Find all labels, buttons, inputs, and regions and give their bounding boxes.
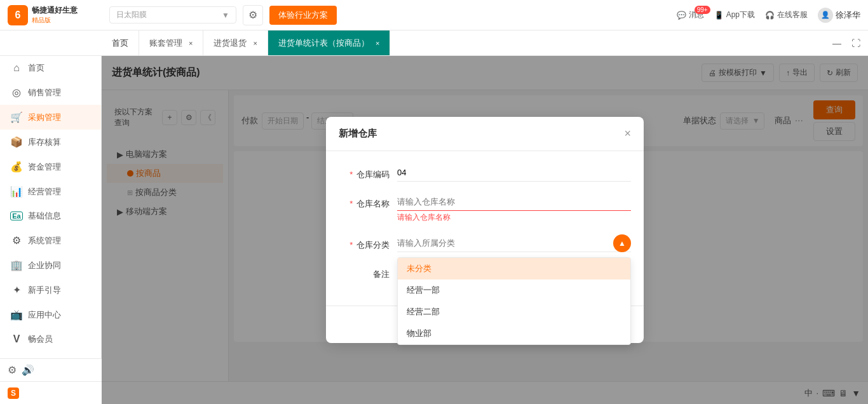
app-download-item[interactable]: 📱 App下载 [714,10,755,20]
modal-body: * 仓库编码 * 仓库名称 [326,151,644,306]
name-control: 请输入仓库名称 [397,193,631,223]
sidebar-system-label: 系统管理 [28,235,61,246]
username-label: 徐泽华 [836,10,860,21]
category-input[interactable] [397,234,631,252]
modal-close-button[interactable]: × [624,127,631,140]
home-tab-label: 首页 [112,37,128,49]
sidebar-enterprise-label: 企业协同 [28,260,61,271]
category-dropdown-wrap: ▲ 未分类 经营一部 经营二部 物业部 [397,234,631,252]
category-label: * 仓库分类 [339,234,390,251]
tab-minimize-icon[interactable]: — [830,36,844,51]
logo-icon: 6 [8,5,28,25]
dropdown-item-dept1[interactable]: 经营一部 [398,279,630,301]
sidebar-vip-label: 畅会员 [28,333,53,345]
dropdown-item-property[interactable]: 物业部 [398,323,630,344]
user-avatar: 👤 [818,8,833,23]
category-dropdown-arrow[interactable]: ▲ [613,234,631,252]
app-label: App下载 [726,10,755,20]
tab-home[interactable]: 首页 [102,30,139,55]
purchase-return-tab-close[interactable]: × [253,39,257,47]
service-item[interactable]: 🎧 在线客服 [765,10,808,20]
modal-title: 新增仓库 [339,128,377,140]
sidebar-sales-label: 销售管理 [28,87,61,98]
sidebar-item-basics[interactable]: Ea 基础信息 [0,204,101,228]
header-right: 💬 消息 99+ 📱 App下载 🎧 在线客服 👤 徐泽华 [677,8,860,23]
sidebar-item-operations[interactable]: 📊 经营管理 [0,179,101,204]
message-badge: 99+ [695,6,710,14]
accounts-tab-label: 账套管理 [149,37,182,49]
enterprise-icon: 🏢 [10,259,23,271]
tab-accounts[interactable]: 账套管理 × [139,30,203,55]
sidebar-item-finance[interactable]: 💰 资金管理 [0,154,101,179]
sidebar-finance-label: 资金管理 [28,161,61,173]
form-row-category: * 仓库分类 ▲ 未分类 经营一部 经营二部 物业部 [339,234,631,252]
sidebar-item-inventory[interactable]: 📦 库存核算 [0,130,101,154]
nav-tab-right: — ⛶ [825,30,868,55]
logo-area: 6 畅捷通好生意 精品版 [8,5,103,25]
code-input[interactable] [397,164,631,182]
logo-text: 畅捷通好生意 精品版 [32,5,78,25]
sidebar-speaker-icon[interactable]: 🔊 [22,364,34,376]
sidebar-item-home[interactable]: ⌂ 首页 [0,56,101,80]
sidebar-item-vip[interactable]: V 畅会员 [0,327,101,351]
modal-header: 新增仓库 × [326,117,644,151]
sidebar-item-newbie[interactable]: ✦ 新手引导 [0,278,101,302]
sidebar-purchase-label: 采购管理 [28,112,61,123]
search-area[interactable]: 日太阳膜 ▼ [109,6,236,24]
modal-overlay: 新增仓库 × * 仓库编码 [102,56,868,404]
search-text: 日太阳膜 [116,10,147,20]
code-control [397,164,631,182]
tab-purchase-stats[interactable]: 进货单统计表（按商品） × [268,30,390,55]
category-dropdown-list: 未分类 经营一部 经营二部 物业部 [397,257,631,345]
headset-icon: 🎧 [765,11,775,20]
code-label: * 仓库编码 [339,164,390,180]
gear-button[interactable]: ⚙ [243,5,263,25]
message-icon: 💬 [677,11,686,20]
dropdown-item-unclassified[interactable]: 未分类 [398,258,630,279]
accounts-tab-close[interactable]: × [189,39,193,47]
vip-icon: V [10,333,23,345]
purchase-stats-tab-close[interactable]: × [376,39,379,47]
sidebar-basics-label: 基础信息 [28,210,61,222]
sidebar-item-sales[interactable]: ◎ 销售管理 [0,80,101,105]
sidebar-item-purchase[interactable]: 🛒 采购管理 [0,105,101,130]
purchase-return-tab-label: 进货退货 [214,37,247,49]
modal-new-warehouse: 新增仓库 × * 仓库编码 [326,117,644,343]
sidebar-item-appcenter[interactable]: 📺 应用中心 [0,302,101,327]
main-layout: ⌂ 首页 ◎ 销售管理 🛒 采购管理 📦 库存核算 💰 资金管理 📊 经营管理 … [0,56,868,404]
appcenter-icon: 📺 [10,309,23,321]
home-icon: ⌂ [10,62,23,74]
dropdown-item-dept2[interactable]: 经营二部 [398,301,630,323]
app-icon: 📱 [714,11,724,20]
trial-button[interactable]: 体验行业方案 [269,6,337,25]
search-dropdown-icon: ▼ [222,11,229,20]
sales-icon: ◎ [10,86,23,98]
tab-purchase-return[interactable]: 进货退货 × [203,30,268,55]
finance-icon: 💰 [10,161,23,173]
purchase-icon: 🛒 [10,111,23,123]
newbie-icon: ✦ [10,284,23,296]
sidebar-newbie-label: 新手引导 [28,285,61,296]
sidebar-item-system[interactable]: ⚙ 系统管理 [0,228,101,253]
message-item[interactable]: 💬 消息 99+ [677,10,704,20]
tab-maximize-icon[interactable]: ⛶ [849,36,863,51]
remark-label: 备注 [339,264,390,280]
form-row-name: * 仓库名称 请输入仓库名称 [339,193,631,223]
user-item[interactable]: 👤 徐泽华 [818,8,860,23]
bottom-left: S [8,387,19,399]
sidebar: ⌂ 首页 ◎ 销售管理 🛒 采购管理 📦 库存核算 💰 资金管理 📊 经营管理 … [0,56,102,404]
operations-icon: 📊 [10,185,23,198]
system-icon: ⚙ [10,234,23,246]
name-label: * 仓库名称 [339,193,390,210]
sidebar-appcenter-label: 应用中心 [28,309,61,321]
sidebar-item-enterprise[interactable]: 🏢 企业协同 [0,253,101,278]
sidebar-bottom-bar: ⚙ 🔊 [0,358,102,381]
sidebar-operations-label: 经营管理 [28,186,61,198]
name-input[interactable] [397,193,631,211]
inventory-icon: 📦 [10,136,23,148]
purchase-stats-tab-label: 进货单统计表（按商品） [278,37,369,49]
form-row-code: * 仓库编码 [339,164,631,182]
sidebar-home-label: 首页 [28,62,44,74]
sidebar-inventory-label: 库存核算 [28,137,61,148]
sidebar-settings-icon[interactable]: ⚙ [8,364,17,376]
